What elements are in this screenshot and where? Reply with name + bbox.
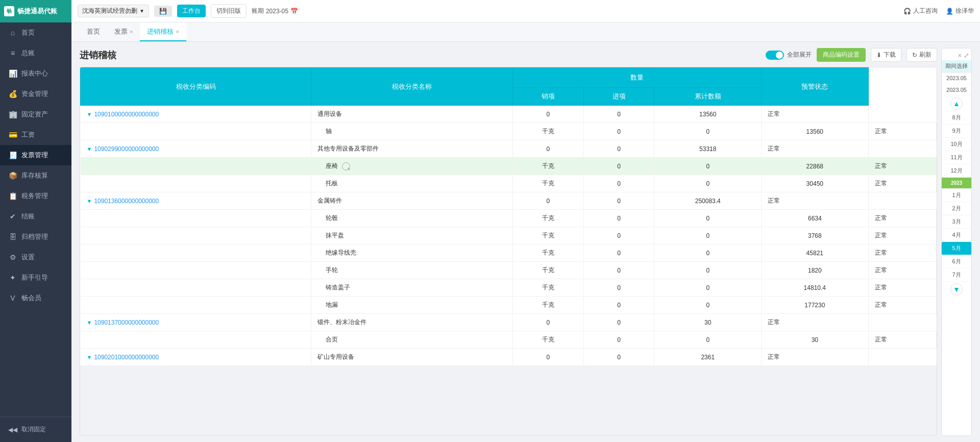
right-panel: × ⤢ 期间选择 2023.05 2023.05 ▲ 8月 9月 10月 11月… [941, 48, 972, 436]
month-3[interactable]: 3月 [942, 215, 971, 229]
month-2[interactable]: 2月 [942, 202, 971, 215]
row-status: 正常 [868, 297, 936, 314]
sidebar: 畅 畅捷通易代账 ⌂ 首页 ≡ 总账 📊 报表中心 💰 资金管理 🏢 固定资产 … [0, 0, 71, 442]
row-code [81, 158, 311, 175]
year-2023-label: 2023 [942, 178, 971, 189]
tax-icon: 📋 [8, 192, 17, 200]
row-purchase: 0 [654, 175, 762, 192]
col-sales: 销项 [512, 88, 583, 106]
row-status: 正常 [762, 106, 869, 123]
month-6[interactable]: 6月 [942, 255, 971, 268]
expand-icon[interactable]: ▼ [87, 146, 92, 152]
sidebar-item-guide[interactable]: ✦ 新手引导 [0, 267, 71, 288]
row-unit: 千克 [512, 244, 583, 262]
product-code-button[interactable]: 商品编码设置 [817, 48, 866, 62]
row-name: 地漏 [311, 297, 513, 314]
month-12[interactable]: 12月 [942, 164, 971, 178]
toggle-thumb [776, 52, 783, 59]
download-button[interactable]: ⬇ 下载 [871, 48, 901, 62]
scroll-up-button[interactable]: ▲ [950, 97, 963, 110]
expand-toggle[interactable]: 全部展开 [766, 51, 812, 60]
row-name: 座椅 [311, 158, 513, 175]
tab-invoices[interactable]: 发票 × [107, 23, 140, 41]
row-unit: 千克 [512, 297, 583, 314]
table-row: ▼1090137000000000000 锻件、粉末冶金件 0 0 30 正常 [81, 314, 937, 331]
sidebar-label-invoices: 发票管理 [21, 151, 48, 160]
workbench-button[interactable]: 工作台 [177, 5, 206, 17]
row-sales: 0 [583, 227, 654, 244]
sidebar-item-tax[interactable]: 📋 税务管理 [0, 186, 71, 206]
tab-invoices-close[interactable]: × [130, 29, 133, 35]
sidebar-item-archive[interactable]: 🗄 归档管理 [0, 227, 71, 247]
unpin-button[interactable]: ◀◀ 取消固定 [0, 421, 71, 438]
company-selector[interactable]: 沈海英测试经营勿删 ▼ [78, 5, 149, 17]
row-total: 1820 [762, 262, 869, 279]
member-icon: V [8, 294, 17, 302]
settle-icon: ✔ [8, 212, 17, 220]
month-5[interactable]: 5月 [942, 242, 971, 255]
sidebar-item-home[interactable]: ⌂ 首页 [0, 22, 71, 43]
row-status: 正常 [868, 123, 936, 140]
row-name: 金属铸件 [311, 192, 513, 210]
support-link[interactable]: 🎧 人工咨询 [903, 7, 938, 15]
sidebar-item-ledger[interactable]: ≡ 总账 [0, 43, 71, 63]
sidebar-label-settle: 结账 [21, 212, 35, 221]
sidebar-item-inventory[interactable]: 📦 库存核算 [0, 165, 71, 186]
table-row: 轮毂 千克 0 0 6634 正常 [81, 210, 937, 227]
topbar-right: 🎧 人工咨询 👤 徐泽华 [903, 7, 974, 15]
month-7[interactable]: 7月 [942, 268, 971, 282]
expand-icon[interactable]: ▼ [87, 354, 92, 360]
row-status: 正常 [868, 175, 936, 192]
row-name: 合页 [311, 331, 513, 349]
user-profile[interactable]: 👤 徐泽华 [946, 7, 974, 15]
tab-home[interactable]: 首页 [80, 23, 107, 41]
row-total: 30 [762, 331, 869, 349]
tab-reconcile-close[interactable]: × [176, 29, 179, 35]
sidebar-item-salary[interactable]: 💳 工资 [0, 125, 71, 145]
sidebar-label-reports: 报表中心 [21, 69, 48, 78]
unpin-label: 取消固定 [21, 425, 46, 434]
toggle-track[interactable] [766, 51, 784, 60]
row-sales: 0 [583, 158, 654, 175]
period-label: 账期 [252, 7, 264, 15]
month-11[interactable]: 11月 [942, 151, 971, 164]
row-name: 铸造盖子 [311, 279, 513, 297]
sidebar-item-funds[interactable]: 💰 资金管理 [0, 84, 71, 104]
period-item-1[interactable]: 2023.05 [942, 72, 971, 84]
search-icon[interactable] [342, 162, 350, 170]
scroll-down-button[interactable]: ▼ [950, 283, 963, 296]
refresh-button[interactable]: ↻ 刷新 [906, 48, 937, 62]
sidebar-item-reports[interactable]: 📊 报表中心 [0, 63, 71, 84]
month-4[interactable]: 4月 [942, 229, 971, 242]
sidebar-item-member[interactable]: V 畅会员 [0, 288, 71, 308]
month-10[interactable]: 10月 [942, 138, 971, 151]
sidebar-item-settings[interactable]: ⚙ 设置 [0, 247, 71, 267]
save-button[interactable]: 💾 [154, 6, 172, 17]
expand-panel-icon[interactable]: ⤢ [964, 52, 969, 59]
row-name: 锻件、粉末冶金件 [311, 314, 513, 331]
period-item-2[interactable]: 2023.05 [942, 84, 971, 96]
row-status: 正常 [762, 314, 869, 331]
switch-version-button[interactable]: 切到旧版 [211, 4, 247, 18]
expand-icon[interactable]: ▼ [87, 111, 92, 117]
topbar: 沈海英测试经营勿删 ▼ 💾 工作台 切到旧版 账期 2023-05 📅 🎧 人工… [71, 0, 980, 22]
sidebar-item-assets[interactable]: 🏢 固定资产 [0, 104, 71, 125]
inventory-icon: 📦 [8, 171, 17, 180]
expand-icon[interactable]: ▼ [87, 198, 92, 204]
calendar-icon[interactable]: 📅 [290, 8, 298, 15]
row-name: 托板 [311, 175, 513, 192]
row-sales: 0 [583, 123, 654, 140]
header-actions: 全部展开 商品编码设置 ⬇ 下载 ↻ 刷新 [766, 48, 937, 62]
month-9[interactable]: 9月 [942, 125, 971, 138]
sidebar-item-invoices[interactable]: 🧾 发票管理 [0, 145, 71, 165]
sidebar-label-archive: 归档管理 [21, 232, 48, 241]
row-total: 6634 [762, 210, 869, 227]
close-panel-icon[interactable]: × [958, 52, 962, 59]
month-1[interactable]: 1月 [942, 189, 971, 202]
month-8[interactable]: 8月 [942, 111, 971, 125]
tab-reconcile[interactable]: 进销稽核 × [140, 23, 186, 41]
sidebar-item-settle[interactable]: ✔ 结账 [0, 206, 71, 227]
row-name: 其他专用设备及零部件 [311, 140, 513, 158]
user-name: 徐泽华 [955, 7, 974, 15]
expand-icon[interactable]: ▼ [87, 320, 92, 326]
